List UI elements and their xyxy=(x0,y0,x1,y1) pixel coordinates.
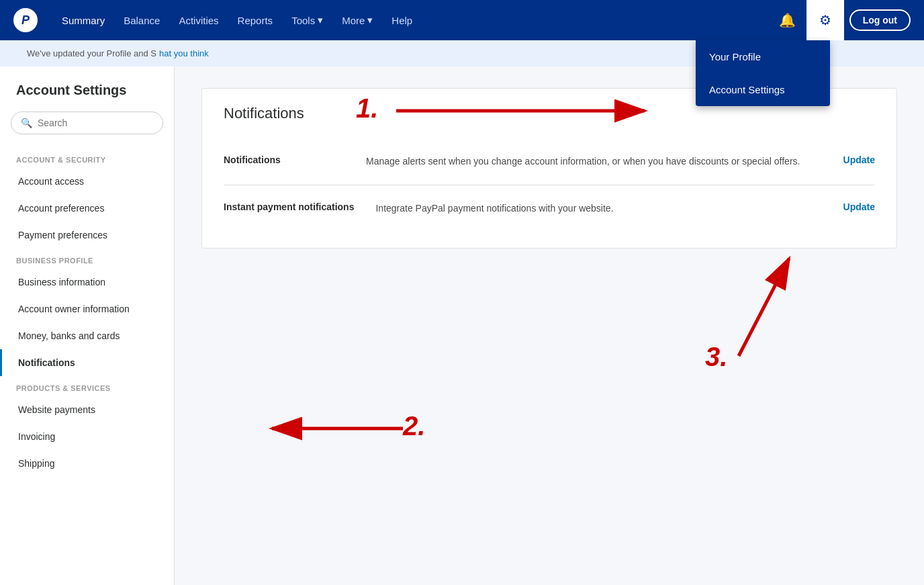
sidebar-item-account-access[interactable]: Account access xyxy=(0,168,174,195)
sidebar-item-business-information[interactable]: Business information xyxy=(0,269,174,296)
nav-help[interactable]: Help xyxy=(383,9,420,32)
section-business-profile: BUSINESS PROFILE xyxy=(0,249,174,269)
instant-payment-notifications-row: Instant payment notifications Integrate … xyxy=(224,185,875,232)
search-input[interactable] xyxy=(38,118,155,128)
more-chevron-icon: ▾ xyxy=(367,14,373,26)
nav-reports[interactable]: Reports xyxy=(230,9,281,32)
instant-payment-label: Instant payment notifications xyxy=(224,201,354,212)
nav-tools[interactable]: Tools ▾ xyxy=(283,9,331,32)
nav-activities[interactable]: Activities xyxy=(171,9,226,32)
sidebar-item-notifications[interactable]: Notifications xyxy=(0,349,174,376)
notifications-bell-button[interactable]: 🔔 xyxy=(774,7,801,34)
nav-links: Summary Balance Activities Reports Tools… xyxy=(54,9,774,32)
nav-right-actions: 🔔 ⚙ Log out xyxy=(774,0,911,40)
instant-payment-description: Integrate PayPal payment notifications w… xyxy=(375,201,821,216)
sidebar-title: Account Settings xyxy=(0,83,174,111)
tools-chevron-icon: ▾ xyxy=(318,14,323,26)
sidebar-item-invoicing[interactable]: Invoicing xyxy=(0,423,174,450)
section-account-security: ACCOUNT & SECURITY xyxy=(0,148,174,168)
notifications-card: Notifications Notifications Manage alert… xyxy=(201,88,897,249)
dropdown-account-settings[interactable]: Account Settings xyxy=(696,73,830,106)
gear-icon: ⚙ xyxy=(819,12,831,28)
logout-button[interactable]: Log out xyxy=(849,9,911,31)
bell-icon: 🔔 xyxy=(779,12,796,28)
sidebar-item-account-preferences[interactable]: Account preferences xyxy=(0,195,174,222)
nav-balance[interactable]: Balance xyxy=(116,9,168,32)
search-box[interactable]: 🔍 xyxy=(11,111,163,134)
notifications-update-link[interactable]: Update xyxy=(843,154,875,165)
nav-summary[interactable]: Summary xyxy=(54,9,113,32)
sidebar-item-website-payments[interactable]: Website payments xyxy=(0,396,174,423)
section-products-services: PRODUCTS & SERVICES xyxy=(0,376,174,396)
main-content: Notifications Notifications Manage alert… xyxy=(175,66,924,585)
top-navigation: P Summary Balance Activities Reports Too… xyxy=(0,0,924,40)
banner-link[interactable]: hat you think xyxy=(159,48,209,58)
paypal-logo: P xyxy=(13,8,38,32)
sidebar: Account Settings 🔍 ACCOUNT & SECURITY Ac… xyxy=(0,66,175,585)
notifications-description: Manage alerts sent when you change accou… xyxy=(366,154,822,169)
settings-dropdown: Your Profile Account Settings xyxy=(696,40,830,106)
dropdown-your-profile[interactable]: Your Profile xyxy=(696,40,830,73)
page-layout: Account Settings 🔍 ACCOUNT & SECURITY Ac… xyxy=(0,66,924,585)
sidebar-item-account-owner-info[interactable]: Account owner information xyxy=(0,296,174,322)
sidebar-item-payment-preferences[interactable]: Payment preferences xyxy=(0,222,174,249)
nav-more[interactable]: More ▾ xyxy=(334,9,381,32)
search-icon: 🔍 xyxy=(21,118,32,128)
settings-gear-button[interactable]: ⚙ xyxy=(806,0,844,40)
sidebar-item-shipping[interactable]: Shipping xyxy=(0,450,174,477)
instant-payment-update-link[interactable]: Update xyxy=(843,201,875,212)
notifications-label: Notifications xyxy=(224,154,344,165)
sidebar-item-money-banks-cards[interactable]: Money, banks and cards xyxy=(0,322,174,349)
notifications-row: Notifications Manage alerts sent when yo… xyxy=(224,138,875,185)
page-title: Notifications xyxy=(224,105,875,122)
